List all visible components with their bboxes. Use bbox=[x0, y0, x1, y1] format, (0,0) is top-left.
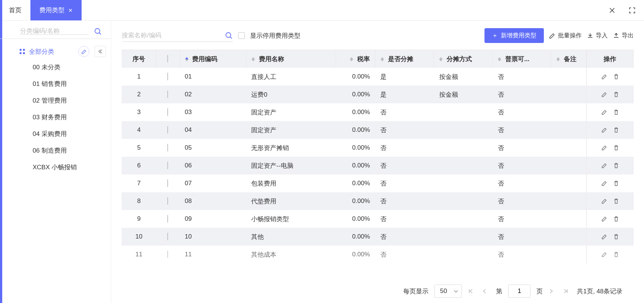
per-page-select[interactable]: 50 bbox=[434, 284, 462, 298]
tab-expense-type[interactable]: 费用类型 ✕ bbox=[30, 0, 82, 20]
sidebar-item[interactable]: 04 采购费用 bbox=[5, 126, 106, 142]
table-scroll[interactable]: 序号 费用编码 费用名称 bbox=[122, 50, 634, 279]
add-expense-type-button[interactable]: ＋ 新增费用类型 bbox=[484, 28, 544, 43]
close-all-button[interactable] bbox=[605, 4, 619, 17]
per-page-value: 50 bbox=[440, 287, 447, 295]
cell-share: 否 bbox=[375, 174, 434, 192]
delete-row-button[interactable] bbox=[613, 180, 620, 187]
close-icon[interactable]: ✕ bbox=[68, 7, 73, 13]
batch-action-button[interactable]: 批量操作 bbox=[549, 32, 582, 40]
delete-row-button[interactable] bbox=[613, 233, 620, 240]
sort-icon[interactable] bbox=[252, 57, 255, 61]
select-all-checkbox[interactable] bbox=[167, 55, 168, 63]
delete-row-button[interactable] bbox=[613, 198, 620, 204]
row-checkbox[interactable] bbox=[167, 90, 168, 98]
fullscreen-button[interactable] bbox=[625, 4, 639, 17]
edit-category-button[interactable] bbox=[78, 46, 89, 57]
row-checkbox[interactable] bbox=[167, 250, 168, 258]
last-page-button[interactable] bbox=[563, 288, 571, 294]
edit-row-button[interactable] bbox=[601, 233, 608, 240]
row-checkbox[interactable] bbox=[167, 179, 168, 187]
sort-icon[interactable] bbox=[381, 57, 384, 61]
delete-row-button[interactable] bbox=[613, 162, 620, 169]
cell-share: 否 bbox=[375, 192, 434, 210]
row-checkbox[interactable] bbox=[167, 126, 168, 134]
search-icon[interactable] bbox=[94, 27, 102, 36]
edit-row-button[interactable] bbox=[601, 91, 608, 98]
edit-row-button[interactable] bbox=[601, 251, 608, 258]
col-select-all[interactable] bbox=[156, 50, 180, 68]
row-checkbox[interactable] bbox=[167, 215, 168, 223]
col-method[interactable]: 分摊方式 bbox=[434, 50, 493, 68]
delete-row-button[interactable] bbox=[613, 91, 620, 98]
sidebar-item[interactable]: XCBX 小畅报销 bbox=[5, 159, 106, 176]
prev-page-button[interactable] bbox=[482, 288, 490, 294]
sidebar-item[interactable]: 00 未分类 bbox=[5, 59, 106, 76]
delete-row-button[interactable] bbox=[613, 109, 620, 116]
cell-remark bbox=[551, 121, 586, 139]
delete-row-button[interactable] bbox=[613, 144, 620, 151]
cell-name: 包装费用 bbox=[246, 174, 336, 192]
import-button[interactable]: 导入 bbox=[587, 32, 608, 40]
svg-rect-2 bbox=[20, 49, 22, 51]
edit-row-button[interactable] bbox=[601, 198, 608, 204]
edit-row-button[interactable] bbox=[601, 180, 608, 187]
cell-seq: 4 bbox=[122, 121, 156, 139]
plus-icon: ＋ bbox=[492, 32, 498, 40]
per-page-label: 每页显示 bbox=[403, 287, 428, 296]
cell-method bbox=[434, 121, 493, 139]
page-input[interactable] bbox=[508, 284, 530, 298]
cell-ticket: 否 bbox=[493, 157, 551, 174]
cell-rate: 0.00% bbox=[336, 139, 375, 157]
sidebar-item[interactable]: 01 销售费用 bbox=[5, 76, 106, 92]
row-checkbox[interactable] bbox=[167, 233, 168, 240]
sort-icon[interactable] bbox=[185, 57, 188, 61]
edit-row-button[interactable] bbox=[601, 109, 608, 116]
delete-row-button[interactable] bbox=[613, 251, 620, 258]
row-checkbox[interactable] bbox=[167, 73, 168, 80]
row-checkbox[interactable] bbox=[167, 144, 168, 152]
row-checkbox[interactable] bbox=[167, 197, 168, 205]
next-page-button[interactable] bbox=[549, 288, 557, 294]
sidebar-item[interactable]: 06 制造费用 bbox=[5, 142, 106, 159]
show-disabled-checkbox[interactable] bbox=[238, 32, 245, 39]
collapse-sidebar-button[interactable] bbox=[95, 46, 106, 57]
edit-row-button[interactable] bbox=[601, 162, 608, 169]
sort-icon[interactable] bbox=[350, 57, 353, 61]
col-ticket[interactable]: 普票可... bbox=[493, 50, 551, 68]
tree-root-row[interactable]: 全部分类 bbox=[5, 44, 106, 59]
edit-row-button[interactable] bbox=[601, 144, 608, 151]
row-checkbox[interactable] bbox=[167, 108, 168, 116]
sort-icon[interactable] bbox=[498, 57, 501, 61]
tab-home[interactable]: 首页 bbox=[0, 0, 30, 20]
edit-row-button[interactable] bbox=[601, 216, 608, 222]
col-code[interactable]: 费用编码 bbox=[180, 50, 246, 68]
sidebar-item[interactable]: 02 管理费用 bbox=[5, 92, 106, 109]
sidebar-search-input[interactable] bbox=[20, 27, 87, 35]
sidebar-item-label: 03 财务费用 bbox=[33, 113, 67, 121]
delete-row-button[interactable] bbox=[613, 73, 620, 80]
col-remark[interactable]: 备注 bbox=[551, 50, 586, 68]
sort-icon[interactable] bbox=[439, 57, 443, 61]
edit-row-button[interactable] bbox=[601, 127, 608, 133]
col-name[interactable]: 费用名称 bbox=[246, 50, 336, 68]
col-seq[interactable]: 序号 bbox=[122, 50, 156, 68]
row-checkbox[interactable] bbox=[167, 162, 168, 169]
svg-point-6 bbox=[226, 33, 231, 37]
svg-marker-11 bbox=[252, 59, 255, 61]
col-rate[interactable]: 税率 bbox=[336, 50, 375, 68]
main-search-input[interactable] bbox=[122, 32, 225, 39]
svg-marker-21 bbox=[556, 59, 560, 61]
cell-operations bbox=[586, 192, 634, 210]
cell-name: 其他 bbox=[246, 228, 336, 246]
sort-icon[interactable] bbox=[556, 57, 560, 61]
sidebar-item[interactable]: 03 财务费用 bbox=[5, 109, 106, 126]
export-button[interactable]: 导出 bbox=[613, 32, 634, 40]
delete-row-button[interactable] bbox=[613, 127, 620, 133]
col-share[interactable]: 是否分摊 bbox=[375, 50, 434, 68]
delete-row-button[interactable] bbox=[613, 216, 620, 222]
page-suffix: 页 bbox=[536, 287, 543, 296]
first-page-button[interactable] bbox=[468, 288, 476, 294]
edit-row-button[interactable] bbox=[601, 73, 608, 80]
search-icon[interactable] bbox=[225, 31, 233, 40]
